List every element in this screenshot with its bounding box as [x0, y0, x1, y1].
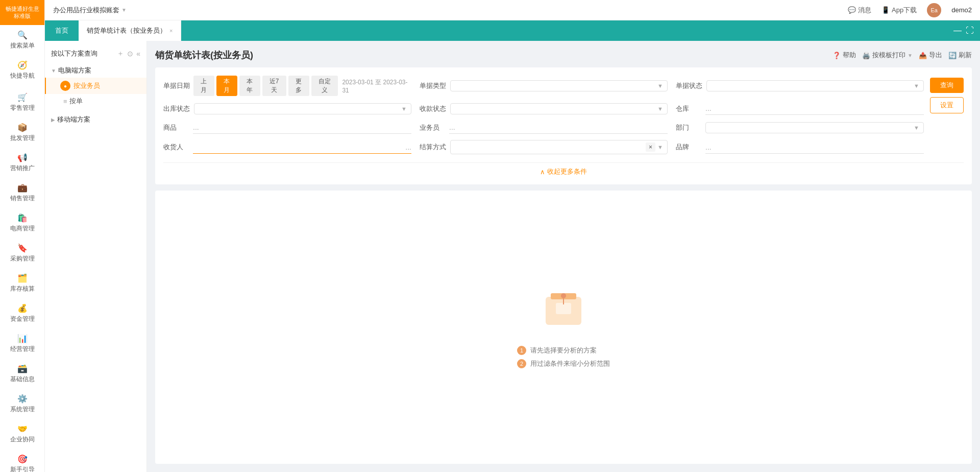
receiver-dots[interactable]: ...	[405, 143, 411, 151]
app-selector[interactable]: 办公用品行业模拟账套 ▼	[53, 6, 127, 15]
tab-expand-btn[interactable]: ⛶	[966, 26, 974, 35]
sidebar-item-enterprise[interactable]: 🤝 企业协同	[0, 419, 44, 449]
sidebar-item-wholesale[interactable]: 📦 批发管理	[0, 117, 44, 148]
sidebar-newuser-label: 新手引导	[10, 465, 35, 472]
app-selector-text: 办公用品行业模拟账套	[53, 6, 119, 15]
tab-close-icon[interactable]: ×	[169, 28, 173, 34]
tab-home[interactable]: 首页	[45, 20, 79, 41]
department-label: 部门	[676, 123, 701, 132]
operations-icon: 📊	[17, 334, 28, 343]
sidebar-item-shortcut[interactable]: 🧭 快捷导航	[0, 55, 44, 85]
tab-active[interactable]: 销货单统计表（按业务员） ×	[79, 20, 181, 41]
sidebar-item-basic[interactable]: 🗃️ 基础信息	[0, 359, 44, 389]
receiver-input[interactable]	[193, 143, 405, 151]
out-status-arrow-icon: ▼	[401, 106, 407, 112]
collapse-panel-icon[interactable]: «	[136, 50, 140, 58]
date-label: 单据日期	[163, 81, 189, 90]
brand-dots[interactable]: ...	[705, 143, 712, 151]
empty-svg-icon	[538, 287, 589, 333]
scheme-item-salesperson[interactable]: ● 按业务员	[45, 78, 146, 94]
app-download-label: App下载	[892, 6, 917, 15]
salesperson-dots[interactable]: ...	[449, 123, 455, 131]
chevron-right-icon: ▶	[51, 117, 55, 123]
sidebar-search-label: 搜索菜单	[10, 41, 35, 50]
edit-scheme-icon[interactable]: ⊙	[127, 50, 133, 58]
date-btn-7days[interactable]: 近7天	[262, 76, 286, 96]
filter-fields: 单据日期 上月 本月 本年 近7天 更多 自定义 2023-03-01 至 20…	[163, 76, 924, 154]
sidebar-item-marketing[interactable]: 📢 营销推广	[0, 148, 44, 178]
doc-type-label: 单据类型	[420, 81, 446, 90]
inventory-icon: 🗂️	[17, 273, 28, 283]
sidebar-item-newuser[interactable]: 🎯 新手引导	[0, 449, 44, 472]
date-btn-this-month[interactable]: 本月	[216, 76, 237, 96]
app-download-btn[interactable]: 📱 App下载	[881, 6, 917, 15]
date-btn-this-year[interactable]: 本年	[239, 76, 260, 96]
refresh-icon: 🔄	[948, 52, 957, 59]
content-area: 按以下方案查询 ＋ ⊙ « ▼ 电脑端方案 ● 按业务员 ≡ 按	[45, 41, 980, 472]
department-select[interactable]: ▼	[705, 122, 924, 133]
filter-department: 部门 ▼	[676, 122, 924, 133]
sidebar-item-sales[interactable]: 💼 销售管理	[0, 178, 44, 208]
download-icon: 📱	[881, 6, 890, 14]
date-btn-more[interactable]: 更多	[288, 76, 309, 96]
chevron-down-icon: ▼	[51, 68, 56, 74]
payment-tag: ×	[646, 143, 655, 152]
sidebar-item-ecommerce[interactable]: 🛍️ 电商管理	[0, 208, 44, 238]
receipt-status-select[interactable]: ▼	[450, 103, 668, 114]
sidebar: 畅捷通好生意 标准版 🔍 搜索菜单 🧭 快捷导航 🛒 零售管理 📦 批发管理 📢…	[0, 0, 45, 472]
main-area: 办公用品行业模拟账套 ▼ 💬 消息 📱 App下载 Ea demo2 首页 销货…	[45, 0, 980, 472]
order-icon: ≡	[63, 98, 67, 105]
left-panel: 按以下方案查询 ＋ ⊙ « ▼ 电脑端方案 ● 按业务员 ≡ 按	[45, 41, 147, 472]
sidebar-wholesale-label: 批发管理	[10, 134, 35, 143]
query-btn[interactable]: 查询	[930, 78, 964, 93]
payment-select[interactable]: × ▼	[450, 140, 668, 154]
date-btn-custom[interactable]: 自定义	[311, 76, 338, 96]
scheme-item-order[interactable]: ≡ 按单	[45, 94, 146, 108]
warehouse-dots[interactable]: ...	[705, 104, 712, 112]
sidebar-item-system[interactable]: ⚙️ 系统管理	[0, 389, 44, 419]
page-title-bar: 销货单统计表(按业务员) ❓ 帮助 🖨️ 按模板打印 ▼ 📤 导出	[155, 49, 972, 61]
avatar[interactable]: Ea	[927, 3, 941, 17]
filter-buttons: 查询 设置	[930, 76, 964, 154]
scheme-group-mobile-label: 移动端方案	[57, 115, 90, 124]
salesperson-input-wrap: ...	[449, 121, 668, 134]
scheme-group-desktop-header[interactable]: ▼ 电脑端方案	[45, 63, 146, 78]
doc-status-select[interactable]: ▼	[706, 80, 924, 91]
filter-area: 单据日期 上月 本月 本年 近7天 更多 自定义 2023-03-01 至 20…	[155, 67, 972, 184]
export-btn[interactable]: 📤 导出	[919, 51, 942, 60]
help-btn[interactable]: ❓ 帮助	[832, 51, 856, 60]
message-btn[interactable]: 💬 消息	[848, 6, 871, 15]
sidebar-item-search[interactable]: 🔍 搜索菜单	[0, 25, 44, 55]
out-status-select[interactable]: ▼	[194, 103, 411, 114]
basic-icon: 🗃️	[17, 364, 28, 373]
collapse-label: 收起更多条件	[547, 167, 587, 176]
date-btn-last-month[interactable]: 上月	[193, 76, 214, 96]
left-panel-title: 按以下方案查询	[51, 49, 97, 58]
brand-label: 品牌	[676, 143, 701, 152]
print-btn[interactable]: 🖨️ 按模板打印 ▼	[862, 51, 913, 60]
date-row: 上月 本月 本年 近7天 更多 自定义 2023-03-01 至 2023-03…	[193, 76, 412, 96]
scheme-group-mobile-header[interactable]: ▶ 移动端方案	[45, 112, 146, 127]
product-dots[interactable]: ...	[193, 123, 199, 131]
filter-brand: 品牌 ...	[676, 141, 924, 154]
sidebar-item-finance[interactable]: 💰 资金管理	[0, 298, 44, 328]
refresh-btn[interactable]: 🔄 刷新	[948, 51, 972, 60]
sidebar-operations-label: 经营管理	[10, 345, 35, 353]
sidebar-item-operations[interactable]: 📊 经营管理	[0, 328, 44, 359]
add-scheme-icon[interactable]: ＋	[117, 49, 124, 58]
sidebar-item-purchase[interactable]: 🔖 采购管理	[0, 238, 44, 268]
print-icon: 🖨️	[862, 52, 870, 59]
top-header: 办公用品行业模拟账套 ▼ 💬 消息 📱 App下载 Ea demo2	[45, 0, 980, 20]
settings-btn[interactable]: 设置	[930, 97, 964, 113]
tab-minimize-btn[interactable]: —	[953, 26, 962, 35]
receiver-input-wrap: ...	[193, 141, 411, 154]
payment-tag-close[interactable]: ×	[649, 144, 652, 151]
filter-product: 商品 ...	[163, 121, 411, 134]
collapse-btn[interactable]: ∧ 收起更多条件	[163, 162, 964, 176]
empty-state: 1 请先选择要分析的方案 2 用过滤条件来缩小分析范围	[155, 191, 972, 464]
sidebar-item-retail[interactable]: 🛒 零售管理	[0, 87, 44, 117]
finance-icon: 💰	[17, 303, 28, 313]
tab-bar: 首页 销货单统计表（按业务员） × — ⛶	[45, 20, 980, 41]
doc-type-select[interactable]: ▼	[450, 80, 668, 91]
sidebar-item-inventory[interactable]: 🗂️ 库存核算	[0, 268, 44, 298]
